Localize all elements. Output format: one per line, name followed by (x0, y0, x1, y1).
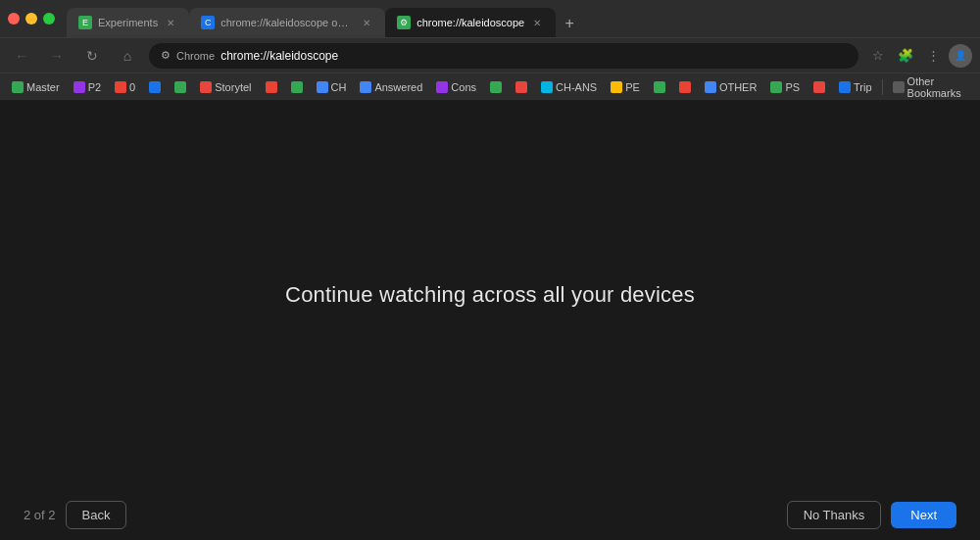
bookmark-item[interactable]: 0 (109, 79, 141, 95)
next-button[interactable]: Next (891, 502, 956, 528)
bookmark-item[interactable]: CH (311, 79, 353, 95)
bottom-bar: 2 of 2 Back No Thanks Next (0, 489, 980, 540)
bookmark-favicon (611, 81, 622, 93)
bookmark-item[interactable]: Master (6, 79, 66, 95)
tab-kaleidoscope[interactable]: ⚙ chrome://kaleidoscope ✕ (385, 8, 556, 37)
bookmark-favicon (654, 81, 665, 93)
minimize-window-button[interactable] (25, 13, 37, 25)
new-tab-button[interactable]: + (556, 10, 583, 37)
tab-close-button[interactable]: ✕ (164, 16, 177, 29)
tabs-area: E Experiments ✕ C chrome://kaleidoscope … (67, 0, 972, 37)
bookmark-item[interactable] (143, 79, 167, 95)
back-button[interactable]: Back (66, 501, 127, 529)
url-prefix: chrome:// (220, 49, 270, 63)
bookmark-item[interactable]: Trip (833, 79, 878, 95)
tab-title: Experiments (98, 17, 158, 28)
bookmark-item[interactable] (808, 79, 831, 95)
bookmark-favicon (317, 81, 328, 93)
url-path: kaleidoscope (270, 49, 338, 63)
bookmark-item[interactable]: P2 (68, 79, 107, 95)
bookmark-item[interactable] (673, 79, 697, 95)
tab-favicon: E (78, 16, 92, 29)
browser-frame: E Experiments ✕ C chrome://kaleidoscope … (0, 0, 980, 540)
bookmark-favicon (200, 81, 212, 93)
bookmark-favicon (679, 81, 691, 93)
tab-favicon: C (201, 16, 215, 29)
maximize-window-button[interactable] (43, 13, 55, 25)
bookmark-favicon (490, 81, 502, 93)
bookmark-item[interactable] (510, 79, 533, 95)
profile-icon[interactable]: 👤 (949, 44, 972, 68)
bookmark-favicon (770, 81, 782, 93)
bookmark-item[interactable] (169, 79, 192, 95)
bookmark-item[interactable]: Storytel (194, 79, 257, 95)
right-buttons: No Thanks Next (787, 501, 956, 529)
close-window-button[interactable] (8, 13, 20, 25)
bookmark-favicon (291, 81, 303, 93)
bookmark-favicon (149, 81, 161, 93)
forward-navigation-button[interactable]: → (43, 42, 71, 70)
tab-title: chrome://kaleidoscope on Ch (220, 17, 354, 28)
bookmark-favicon (12, 81, 24, 93)
secure-icon: ⚙ (161, 49, 171, 62)
tab-favicon: ⚙ (397, 16, 411, 29)
tab-close-button[interactable]: ✕ (530, 16, 544, 29)
tab-kaleidoscope-on-ch[interactable]: C chrome://kaleidoscope on Ch ✕ (189, 8, 385, 37)
bookmark-favicon (705, 81, 716, 93)
page-count: 2 of 2 (24, 508, 56, 522)
back-navigation-button[interactable]: ← (8, 42, 35, 70)
bookmark-label: CH-ANS (556, 81, 597, 93)
bookmark-item[interactable]: PS (764, 79, 806, 95)
chrome-label: Chrome (176, 50, 215, 62)
bookmark-favicon (115, 81, 126, 93)
bookmark-label: Storytel (215, 81, 251, 93)
url-display: chrome://kaleidoscope (220, 49, 338, 63)
toolbar-icons: ☆ 🧩 ⋮ 👤 (866, 44, 972, 68)
bookmark-favicon (266, 81, 277, 93)
bookmark-favicon (360, 81, 371, 93)
bookmark-item[interactable] (484, 79, 508, 95)
tab-title: chrome://kaleidoscope (416, 17, 524, 28)
refresh-button[interactable]: ↻ (78, 42, 106, 70)
traffic-lights (8, 13, 55, 25)
center-area: Continue watching across all your device… (0, 100, 980, 489)
bookmark-item[interactable]: OTHER (699, 79, 763, 95)
other-bookmarks-label: Other Bookmarks (907, 75, 968, 99)
bookmark-item[interactable]: Cons (430, 79, 482, 95)
bookmark-label: PS (785, 81, 800, 93)
address-bar: ← → ↻ ⌂ ⚙ Chrome chrome://kaleidoscope ☆… (0, 37, 980, 73)
other-bookmarks-button[interactable]: Other Bookmarks (887, 74, 974, 101)
settings-icon[interactable]: ⋮ (921, 44, 945, 68)
other-bookmarks-favicon (893, 81, 905, 93)
bookmark-label: PE (625, 81, 640, 93)
page-headline: Continue watching across all your device… (285, 282, 695, 308)
bookmark-label: Master (26, 81, 60, 93)
home-button[interactable]: ⌂ (114, 42, 141, 70)
bookmark-item[interactable] (285, 79, 309, 95)
bookmark-icon[interactable]: ☆ (866, 44, 890, 68)
tab-experiments[interactable]: E Experiments ✕ (67, 8, 189, 37)
no-thanks-button[interactable]: No Thanks (787, 501, 882, 529)
bookmark-label: CH (331, 81, 347, 93)
extension-icon[interactable]: 🧩 (894, 44, 917, 68)
bookmark-item[interactable] (260, 79, 283, 95)
main-content: Continue watching across all your device… (0, 100, 980, 540)
bookmark-label: Trip (854, 81, 872, 93)
page-indicator: 2 of 2 Back (24, 501, 126, 529)
address-input[interactable]: ⚙ Chrome chrome://kaleidoscope (149, 43, 858, 69)
bookmark-item[interactable] (648, 79, 671, 95)
bookmark-favicon (839, 81, 851, 93)
bookmark-favicon (174, 81, 186, 93)
bookmarks-separator (882, 79, 883, 95)
bookmark-favicon (515, 81, 527, 93)
bookmark-favicon (74, 81, 85, 93)
bookmark-item[interactable]: Answered (354, 79, 428, 95)
bookmark-item[interactable]: PE (605, 79, 646, 95)
bookmark-label: P2 (88, 81, 101, 93)
tab-close-button[interactable]: ✕ (360, 16, 373, 29)
bookmark-label: Cons (451, 81, 476, 93)
bookmark-favicon (436, 81, 448, 93)
bookmark-label: Answered (374, 81, 422, 93)
bookmark-item[interactable]: CH-ANS (535, 79, 603, 95)
bookmark-favicon (813, 81, 825, 93)
